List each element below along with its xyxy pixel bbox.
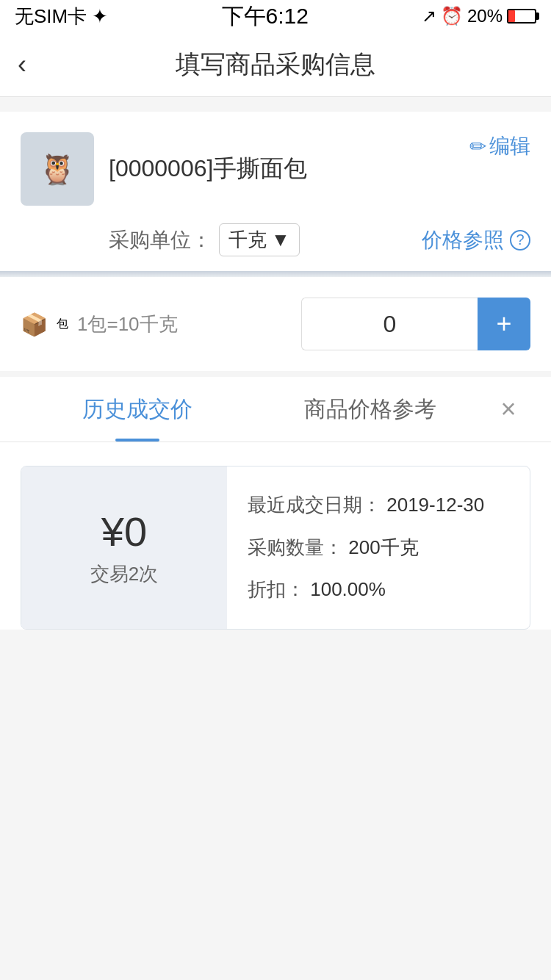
package-icon: 📦 xyxy=(21,311,48,337)
price-amount: ¥0 xyxy=(101,508,147,555)
purchase-qty-label: 采购数量： xyxy=(248,536,343,558)
trade-count: 交易2次 xyxy=(90,561,158,587)
body-space xyxy=(0,653,551,980)
section-divider xyxy=(0,271,551,277)
product-unit-row: 采购单位： 千克 ▼ 价格参照 ? xyxy=(109,223,530,256)
unit-label: 采购单位： xyxy=(109,226,212,254)
tabs-header: 历史成交价 商品价格参考 × xyxy=(0,377,551,442)
tab-history-price[interactable]: 历史成交价 xyxy=(21,377,253,442)
close-panel-button[interactable]: × xyxy=(486,387,530,431)
tab-product-price-ref[interactable]: 商品价格参考 xyxy=(253,377,486,442)
product-top-row: 🦉 [0000006]手撕面包 ✏ 编辑 xyxy=(21,132,530,206)
unit-value: 千克 xyxy=(228,227,267,253)
price-card: ¥0 交易2次 最近成交日期： 2019-12-30 采购数量： 200千克 折… xyxy=(21,466,530,630)
recent-date-label: 最近成交日期： xyxy=(248,494,381,516)
location-icon: ↗ xyxy=(422,6,436,26)
page-header: ‹ 填写商品采购信息 xyxy=(0,32,551,97)
price-reference-button[interactable]: 价格参照 ? xyxy=(422,226,530,254)
price-ref-label: 价格参照 xyxy=(422,226,504,254)
quantity-unit: 包 xyxy=(57,317,68,332)
status-time: 下午6:12 xyxy=(222,1,309,32)
edit-icon: ✏ xyxy=(469,134,486,159)
product-card: 🦉 [0000006]手撕面包 ✏ 编辑 采购单位： 千克 ▼ 价格参照 ? xyxy=(0,112,551,271)
status-bar: 无SIM卡 ✦ 下午6:12 ↗ ⏰ 20% xyxy=(0,0,551,32)
unit-dropdown[interactable]: 千克 ▼ xyxy=(219,223,300,256)
status-left: 无SIM卡 ✦ xyxy=(15,4,108,29)
quantity-row: 📦 包 1包=10千克 + xyxy=(0,277,551,371)
price-right-panel: 最近成交日期： 2019-12-30 采购数量： 200千克 折扣： 100.0… xyxy=(227,466,530,629)
discount-value: 100.00% xyxy=(310,578,386,600)
product-id-name: [0000006]手撕面包 xyxy=(109,153,307,185)
unit-ratio-text: 1包=10千克 xyxy=(77,311,178,337)
back-button[interactable]: ‹ xyxy=(18,49,26,80)
purchase-qty-value: 200千克 xyxy=(348,536,418,558)
discount-row: 折扣： 100.00% xyxy=(248,574,509,605)
owl-logo-icon: 🦉 xyxy=(39,152,76,187)
edit-button[interactable]: ✏ 编辑 xyxy=(469,132,530,160)
tab-active-indicator xyxy=(115,439,159,442)
carrier-text: 无SIM卡 ✦ xyxy=(15,4,108,29)
price-left-panel: ¥0 交易2次 xyxy=(21,466,227,629)
quantity-input-wrap: + xyxy=(301,298,530,350)
tabs-panel: 历史成交价 商品价格参考 × ¥0 交易2次 最近成交日期： 2019-12-3… xyxy=(0,377,551,630)
battery-icon xyxy=(507,9,536,24)
info-circle-icon: ? xyxy=(510,230,530,251)
product-left: 🦉 [0000006]手撕面包 xyxy=(21,132,307,206)
product-thumbnail: 🦉 xyxy=(21,132,94,206)
discount-label: 折扣： xyxy=(248,578,305,600)
purchase-qty-row: 采购数量： 200千克 xyxy=(248,533,509,563)
plus-button[interactable]: + xyxy=(478,298,530,350)
alarm-icon: ⏰ xyxy=(441,6,463,26)
quantity-label: 📦 包 1包=10千克 xyxy=(21,311,178,337)
recent-date-value: 2019-12-30 xyxy=(386,494,484,516)
quantity-input[interactable] xyxy=(301,298,478,350)
status-right: ↗ ⏰ 20% xyxy=(422,6,536,26)
recent-date-row: 最近成交日期： 2019-12-30 xyxy=(248,490,509,521)
battery-percent: 20% xyxy=(467,6,503,26)
page-title: 填写商品采购信息 xyxy=(176,48,375,82)
dropdown-arrow-icon: ▼ xyxy=(271,228,290,251)
